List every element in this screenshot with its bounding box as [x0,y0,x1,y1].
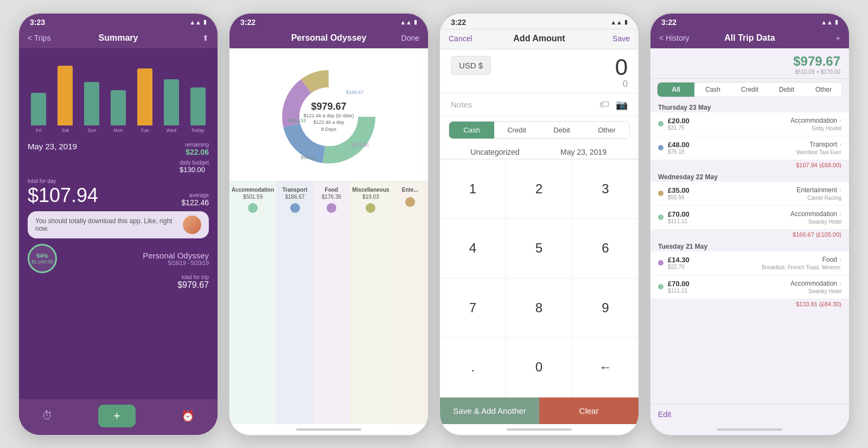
history-item-right: Entertainment › Camel Racing [796,186,841,201]
payment-tab[interactable]: Other [584,122,629,138]
screen1-info: May 23, 2019 remaining $22.06 [19,135,218,160]
payment-tabs: CashCreditDebitOther [449,121,630,139]
chevron-right-icon: › [839,280,841,287]
history-item[interactable]: £14.30 $22.70 Food › Breakfast. French T… [650,251,849,275]
tooltip-text: You should totally download this app. Li… [35,217,183,232]
nav-share-icon[interactable]: ⬆ [176,34,209,42]
numpad-key[interactable]: 6 [572,219,639,279]
nav-left-trips[interactable]: < Trips [28,34,60,42]
category-col[interactable]: Ente... [392,181,428,424]
home-bar-4 [717,428,782,431]
history-dot [658,284,663,289]
history-item[interactable]: £35.00 $55.56 Entertainment › Camel Raci… [650,182,849,206]
history-usd: $111.11 [668,218,690,224]
home-indicator-2 [229,424,428,435]
cat-dot [248,203,258,213]
filter-tabs: AllCashCreditDebitOther [657,82,843,97]
camera-icon[interactable]: 📷 [616,99,628,111]
donut-label-accom: $501.59 [289,118,307,123]
payment-tab[interactable]: Cash [449,122,494,138]
category-col[interactable]: Accommodation $501.59 [229,181,277,424]
wifi-icon-2: ▲▲ [400,19,412,26]
nav-save-button[interactable]: Save [597,34,630,43]
cat-dot [327,203,336,213]
history-list: Thursday 23 May £20.00 $31.75 Accommodat… [650,100,849,404]
category-col[interactable]: Transport $186.67 [277,181,313,424]
battery-icon-2: ▮ [414,18,417,26]
numpad-key[interactable]: 3 [572,160,639,219]
numpad-key[interactable]: 7 [440,279,506,338]
nav-history-back[interactable]: < History [659,34,692,42]
screen1-date: May 23, 2019 [28,142,77,151]
history-item[interactable]: £70.00 $111.11 Accommodation › Swanky Ho… [650,275,849,299]
trip-row[interactable]: 94% $1,040.00 Personal Odyssey 5/16/19 -… [19,241,218,274]
tab-history-icon[interactable]: ⏰ [181,409,195,422]
notes-row[interactable]: Notes 🏷 📷 [440,93,639,117]
tab-add-button[interactable]: + [98,405,136,427]
numpad-key[interactable]: 2 [506,160,572,219]
numpad-key[interactable]: 4 [440,219,506,279]
chevron-right-icon: › [839,256,841,263]
numpad-key[interactable]: 8 [506,279,572,338]
tab-timer-icon[interactable]: ⏱ [42,409,53,422]
payment-tab[interactable]: Debit [539,122,584,138]
clear-button[interactable]: Clear [539,397,639,424]
nav-add-button-4[interactable]: + [808,34,840,42]
chevron-right-icon: › [839,186,841,194]
chevron-right-icon: › [839,117,841,124]
history-item[interactable]: £70.00 $111.11 Accommodation › Swanky Ho… [650,206,849,230]
numpad-key[interactable]: 0 [506,338,572,397]
filter-tab[interactable]: Credit [731,83,768,97]
history-total-area: $979.67 $510.09 + $170.00 [650,48,849,79]
filter-tab[interactable]: All [658,83,694,97]
edit-bar[interactable]: Edit [650,404,849,424]
history-item[interactable]: £20.00 $31.75 Accommodation › Gritty Hos… [650,112,849,136]
nav-cancel-button[interactable]: Cancel [449,34,481,43]
numpad-key[interactable]: 9 [572,279,639,338]
numpad-key[interactable]: . [440,338,506,397]
cat-amount: $176.35 [322,194,341,200]
battery-icon: ▮ [203,18,207,26]
status-time-3: 3:22 [451,18,466,27]
filter-tab[interactable]: Cash [694,83,731,97]
screen1-body: FriSatSunMonTueWedToday May 23, 2019 rem… [19,48,218,435]
category-selector[interactable]: Uncategorized [451,148,539,156]
history-item-left: £20.00 $31.75 [658,117,690,131]
edit-label[interactable]: Edit [658,410,671,419]
budget-value: $130.00 [180,166,209,174]
currency-selector[interactable]: USD $ [451,56,491,75]
nav-bar-2: Personal Odyssey Done [229,29,428,48]
history-sub: Gritty Hostel [812,125,841,131]
filter-tab[interactable]: Debit [768,83,805,97]
numpad-key[interactable]: 1 [440,160,506,219]
status-icons-3: ▲▲ ▮ [610,18,628,26]
donut-svg: $186.67 $176.35 $96.03 $501.59 [269,57,388,176]
donut-label-misc: $96.03 [301,155,316,160]
category-col[interactable]: Miscellaneous $19.03 [350,181,392,424]
history-item[interactable]: £48.00 $76.19 Transport › Weirdest Taxi … [650,136,849,160]
history-gbp: £70.00 [668,280,690,288]
save-add-another-button[interactable]: Save & Add Another [440,397,539,424]
donut-center-fill [299,87,358,146]
trip-circle-amt: $1,040.00 [31,259,53,264]
amount-display: USD $ 0 0 [440,49,639,93]
status-bar-1: 3:23 ▲▲ ▮ [19,14,218,29]
history-dot [658,121,663,127]
payment-tab[interactable]: Credit [494,122,539,138]
numpad-key[interactable]: 5 [506,219,572,279]
total-for-day-label: total for day [28,178,98,184]
battery-icon-3: ▮ [624,18,628,26]
home-indicator-3 [440,424,639,435]
numpad-key[interactable]: ← [572,338,639,397]
filter-tab[interactable]: Other [805,83,842,97]
date-selector[interactable]: May 23, 2019 [539,148,628,156]
history-usd: $22.70 [668,264,690,270]
history-date-header: Thursday 23 May [650,100,849,112]
nav-done-button[interactable]: Done [387,34,419,42]
notes-label: Notes [451,100,472,109]
history-item-left: £35.00 $55.56 [658,186,690,200]
category-col[interactable]: Food $176.35 [314,181,350,424]
tag-icon[interactable]: 🏷 [599,99,609,111]
history-gbp: £35.00 [668,186,690,194]
status-bar-2: 3:22 ▲▲ ▮ [229,14,428,29]
